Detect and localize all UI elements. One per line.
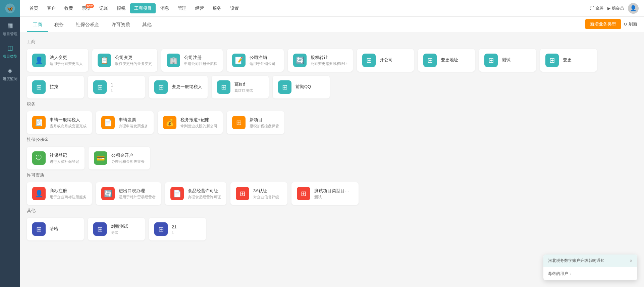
topnav-badge-invoice: new: [86, 4, 94, 8]
card-desc-tax-report-accounting: 拿到营业执照的新公司: [180, 124, 217, 129]
card-title-company-change: 公司变更: [115, 55, 152, 61]
card-social-register[interactable]: 🛡社保登记进行人员社保登记: [27, 147, 85, 169]
card-grid-tax-section: 🧾申请一般纳税人当月或次月成变更完成📄申请发票办理申请发票业务💰税务报道+记账拿…: [27, 111, 637, 134]
card-food-license[interactable]: 📄食品经营许可证办理食品经营许可证: [165, 182, 226, 205]
card-change[interactable]: ⊞变更: [540, 49, 597, 72]
section-license-section: 许可资质👤商标注册用于企业商标注册服务🔄进出口权办理适用于对外贸易经营者📄食品经…: [27, 172, 637, 205]
card-equity-transfer[interactable]: 🔄股权转让公司变更需要股权转让: [288, 49, 353, 72]
card-test[interactable]: ⊞测试: [479, 49, 536, 72]
card-title-front-qq: 前期QQ: [296, 84, 324, 90]
subtab-other-tab[interactable]: 其他: [136, 18, 158, 32]
notification-close-button[interactable]: ×: [630, 258, 633, 264]
card-icon-twenty-one: ⊞: [154, 222, 168, 236]
section-title-tax-section: 税务: [27, 101, 637, 107]
topnav-item-operation[interactable]: 经营: [191, 3, 208, 13]
sidebar-item-project-manage[interactable]: ▦ 项目管理: [0, 17, 20, 39]
topnav-item-invoice[interactable]: 票据new: [78, 3, 95, 13]
card-text-twenty-one: 211: [172, 224, 201, 234]
topnav-item-home[interactable]: 首页: [25, 3, 42, 13]
member-button[interactable]: ▶ 畅会员: [607, 5, 624, 11]
new-type-button[interactable]: 新增业务类型: [585, 19, 621, 29]
card-icon-import-export: 🔄: [101, 187, 115, 200]
topnav-item-tax[interactable]: 报税: [113, 3, 129, 13]
card-lala[interactable]: ⊞拉拉: [27, 76, 84, 98]
card-desc-3a-cert: 对企业信誉评级: [253, 195, 282, 200]
card-company-cancel[interactable]: 📝公司注销适用于注销公司: [227, 49, 284, 72]
card-text-import-export: 进出口权办理适用于对外贸易经营者: [119, 188, 156, 200]
card-one[interactable]: ⊞11: [88, 76, 145, 98]
member-label: 畅会员: [612, 5, 624, 11]
notification-title: 河北税务数字账户升级影响通知: [548, 258, 604, 264]
card-apply-invoice[interactable]: 📄申请发票办理申请发票业务: [96, 111, 154, 134]
card-liu-pei-test[interactable]: ⊞刘赔测试测试: [88, 218, 145, 240]
card-icon-change-address: ⊞: [423, 54, 437, 67]
card-icon-test-type-def: ⊞: [297, 187, 310, 200]
card-import-export[interactable]: 🔄进出口权办理适用于对外贸易经营者: [96, 182, 161, 205]
svg-text:🦋: 🦋: [7, 5, 13, 12]
card-title-twenty-one: 21: [172, 224, 201, 229]
main-area: 首页客户收费票据new记账报税工商项目消息管理经营服务设置 ⛶ 全屏 ▶ 畅会员…: [20, 0, 644, 287]
refresh-button[interactable]: ↻ 刷新: [624, 21, 637, 27]
card-company-register[interactable]: 🏢公司注册申请公司注册全流程: [161, 49, 223, 72]
card-title-change-tax: 变更一般纳税人: [172, 84, 202, 90]
card-3a-cert[interactable]: ⊞3A认证对企业信誉评级: [230, 182, 287, 205]
card-grid-license-section: 👤商标注册用于企业商标注册服务🔄进出口权办理适用于对外贸易经营者📄食品经营许可证…: [27, 182, 637, 205]
card-front-qq[interactable]: ⊞前期QQ: [273, 76, 330, 98]
subtab-social-fund-tab[interactable]: 社保公积金: [70, 18, 105, 32]
card-apply-general-tax[interactable]: 🧾申请一般纳税人当月或次月成变更完成: [27, 111, 92, 134]
card-change-tax[interactable]: ⊞变更一般纳税人: [149, 76, 208, 98]
card-icon-trademark: 👤: [32, 187, 46, 200]
card-title-company-cancel: 公司注销: [250, 55, 278, 61]
card-fund-open[interactable]: 💳公积金开户办理公积金相关业务: [89, 147, 150, 169]
topnav-item-customer[interactable]: 客户: [43, 3, 60, 13]
card-icon-3a-cert: ⊞: [236, 187, 249, 200]
card-title-change: 变更: [563, 57, 592, 63]
card-company-change[interactable]: 📋公司变更股权变更外的业务变更: [92, 49, 157, 72]
topnav-item-billing[interactable]: 收费: [60, 3, 77, 13]
topnav-item-settings[interactable]: 设置: [226, 3, 243, 13]
card-desc-apply-invoice: 办理申请发票业务: [119, 124, 148, 129]
avatar[interactable]: 👤: [628, 3, 639, 14]
topnav: 首页客户收费票据new记账报税工商项目消息管理经营服务设置 ⛶ 全屏 ▶ 畅会员…: [20, 0, 644, 17]
card-trademark[interactable]: 👤商标注册用于企业商标注册服务: [27, 182, 92, 205]
card-icon-haha: ⊞: [32, 222, 46, 236]
refresh-icon: ↻: [624, 22, 627, 27]
topnav-item-accounting[interactable]: 记账: [95, 3, 112, 13]
topnav-item-industry[interactable]: 工商项目: [130, 3, 156, 13]
card-change-address[interactable]: ⊞变更地址: [418, 49, 475, 72]
card-icon-test: ⊞: [484, 54, 498, 67]
subtab-industry-tab[interactable]: 工商: [27, 18, 48, 32]
sidebar-item-progress-monitor[interactable]: ◈ 进度监测: [0, 62, 20, 84]
card-desc-one: 1: [111, 88, 140, 92]
card-icon-legal-change: 👤: [32, 54, 46, 67]
card-icon-company-register: 🏢: [167, 54, 180, 67]
section-title-other-section: 其他: [27, 208, 637, 214]
subtab-tax-tab[interactable]: 税务: [48, 18, 70, 32]
card-new-project[interactable]: ⊞新项目报税加税控盘保管: [227, 111, 284, 134]
card-title-test-type-def: 测试项目类型目定义: [314, 188, 353, 194]
card-ge-hong-hong[interactable]: ⊞葛红红葛红红测试: [212, 76, 269, 98]
card-text-one: 11: [111, 82, 140, 92]
card-icon-tax-report-accounting: 💰: [163, 116, 176, 129]
card-open-company[interactable]: ⊞开公司: [357, 49, 414, 72]
card-title-apply-general-tax: 申请一般纳税人: [50, 117, 87, 123]
card-text-tax-report-accounting: 税务报道+记账拿到营业执照的新公司: [180, 117, 217, 129]
card-tax-report-accounting[interactable]: 💰税务报道+记账拿到营业执照的新公司: [158, 111, 223, 134]
fullscreen-label: 全屏: [595, 5, 603, 11]
card-text-social-register: 社保登记进行人员社保登记: [50, 152, 79, 164]
section-tax-section: 税务🧾申请一般纳税人当月或次月成变更完成📄申请发票办理申请发票业务💰税务报道+记…: [27, 101, 637, 134]
card-icon-apply-invoice: 📄: [101, 116, 115, 129]
topnav-item-manage[interactable]: 管理: [174, 3, 191, 13]
sidebar-item-project-type[interactable]: ◫ 项目类型: [0, 39, 20, 62]
card-text-open-company: 开公司: [380, 57, 409, 64]
fullscreen-button[interactable]: ⛶ 全屏: [590, 5, 603, 11]
topnav-item-message[interactable]: 消息: [156, 3, 173, 13]
card-test-type-def[interactable]: ⊞测试项目类型目定义测试: [291, 182, 359, 205]
card-legal-change[interactable]: 👤法人变更适用于公司变更法人: [27, 49, 88, 72]
subtab-license-tab[interactable]: 许可资质: [105, 18, 136, 32]
card-desc-ge-hong-hong: 葛红红测试: [234, 88, 263, 93]
card-haha[interactable]: ⊞哈哈: [27, 218, 84, 240]
topnav-item-service[interactable]: 服务: [209, 3, 225, 13]
card-twenty-one[interactable]: ⊞211: [149, 218, 206, 240]
card-title-lala: 拉拉: [50, 84, 78, 90]
